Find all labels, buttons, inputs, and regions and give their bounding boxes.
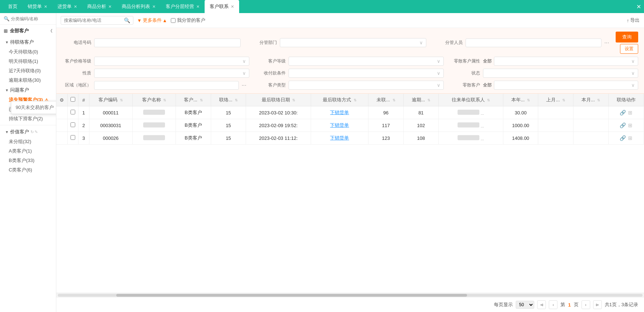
- row-checkbox-1[interactable]: [71, 122, 75, 127]
- sidebar-item-class-b[interactable]: B类客户(33): [0, 156, 56, 165]
- sidebar-section-value[interactable]: ▼ 价值客户 ↻ ✎: [0, 127, 56, 137]
- filter-input-phone[interactable]: [94, 39, 241, 47]
- close-tab-goods-analysis[interactable]: ✕: [108, 4, 112, 9]
- col-last-contact-way[interactable]: 最后联络方式 ⇅: [311, 94, 368, 106]
- filter-select-customer-level[interactable]: ∨: [289, 57, 444, 66]
- sidebar-section-problem[interactable]: ▼ 问题客户: [0, 85, 56, 95]
- cell-link-way-2[interactable]: 下销货单: [330, 135, 349, 141]
- select-all-checkbox[interactable]: [71, 97, 75, 102]
- query-button[interactable]: 查询: [616, 32, 638, 42]
- filter-more-region[interactable]: ···: [239, 82, 249, 89]
- col-uncontacted[interactable]: 未联... ⇅: [369, 94, 404, 106]
- filter-search-input[interactable]: [64, 18, 124, 23]
- action-link-icon-2[interactable]: 🔗: [620, 135, 626, 141]
- sidebar-all-customers[interactable]: ⊞ 全部客户 《: [0, 25, 56, 37]
- col-this-month[interactable]: 本月... ⇅: [573, 94, 608, 106]
- col-name[interactable]: 客户名称 ⇅: [132, 94, 176, 106]
- sidebar-search-input[interactable]: [11, 16, 52, 21]
- sidebar-item-overdue-contact[interactable]: 逾期未联络(30): [0, 76, 56, 85]
- cell-way-1[interactable]: 下销货单: [311, 119, 368, 132]
- row-checkbox-2[interactable]: [71, 135, 75, 140]
- action-grid-icon-1[interactable]: ⊞: [628, 122, 632, 128]
- col-type[interactable]: 客户... ⇅: [176, 94, 211, 106]
- tab-sales[interactable]: 销货单 ✕: [23, 0, 52, 13]
- refresh-icon[interactable]: ↻: [31, 130, 34, 134]
- scrollbar-track[interactable]: [58, 294, 643, 297]
- last-page-button[interactable]: ⊳: [593, 300, 602, 309]
- cell-checkbox-0[interactable]: [67, 106, 78, 119]
- filter-select-payment[interactable]: ∨: [289, 69, 444, 78]
- sidebar-item-class-c[interactable]: C类客户(6): [0, 165, 56, 175]
- sort-code-icon: ⇅: [120, 98, 123, 102]
- per-page-select[interactable]: 50 20 100: [516, 301, 534, 309]
- filter-search-button[interactable]: 🔍: [124, 17, 130, 23]
- filter-search-box[interactable]: 🔍: [61, 16, 133, 25]
- action-link-icon-0[interactable]: 🔗: [620, 110, 626, 116]
- sidebar-section-pending[interactable]: ▼ 待联络客户: [0, 37, 56, 47]
- cell-action-0[interactable]: 🔗 ⊞: [608, 106, 644, 119]
- filter-select-zero-customer[interactable]: ∨: [494, 81, 638, 90]
- sidebar-item-ungroup[interactable]: 未分组(32): [0, 137, 56, 146]
- settings-button[interactable]: 设置: [620, 44, 638, 54]
- col-last-month[interactable]: 上月... ⇅: [538, 94, 573, 106]
- col-contact[interactable]: 联络... ⇅: [211, 94, 246, 106]
- filter-more-conditions[interactable]: ▼ 更多条件 ▲: [137, 17, 167, 24]
- cell-action-1[interactable]: 🔗 ⊞: [608, 119, 644, 132]
- next-page-button[interactable]: ›: [581, 300, 590, 309]
- tab-goods-analysis-list[interactable]: 商品分析列表 ✕: [117, 0, 161, 13]
- cell-link-way-0[interactable]: 下销货单: [330, 110, 349, 115]
- filter-input-region[interactable]: [94, 81, 239, 90]
- close-tab-customer-contact[interactable]: ✕: [231, 4, 234, 9]
- sidebar-item-7day-contact[interactable]: 近7天待联络(0): [0, 66, 56, 76]
- sidebar-item-class-a[interactable]: A类客户(1): [0, 146, 56, 156]
- close-tab-goods-analysis-list[interactable]: ✕: [152, 4, 156, 9]
- col-code[interactable]: 客户编码 ⇅: [89, 94, 132, 106]
- col-this-year[interactable]: 本年... ⇅: [503, 94, 538, 106]
- action-grid-icon-0[interactable]: ⊞: [628, 110, 632, 116]
- sidebar-item-today-contact[interactable]: 今天待联络(0): [0, 47, 56, 57]
- filter-select-status[interactable]: ∨: [483, 69, 638, 78]
- cell-checkbox-2[interactable]: [67, 132, 78, 145]
- horizontal-scrollbar[interactable]: [56, 293, 644, 297]
- filter-select-price-level[interactable]: ∨: [94, 57, 249, 66]
- col-settings[interactable]: ⚙: [56, 94, 67, 106]
- filter-my-customers[interactable]: 我分管的客户: [171, 17, 205, 24]
- sidebar-item-declining[interactable]: 持续下滑客户(2): [0, 114, 56, 123]
- col-contacts-person[interactable]: 往来单位联系人 ⇅: [439, 94, 503, 106]
- edit-icon[interactable]: ✎: [35, 130, 38, 134]
- col-checkbox[interactable]: [67, 94, 78, 106]
- close-tab-sales[interactable]: ✕: [44, 4, 47, 9]
- tab-customer-tier[interactable]: 客户分层经营 ✕: [161, 0, 205, 13]
- close-tab-customer-tier[interactable]: ✕: [196, 4, 200, 9]
- col-last-contact-date[interactable]: 最后联络日期 ⇅: [246, 94, 311, 106]
- filter-select-zero-attr[interactable]: ∨: [494, 57, 638, 66]
- close-tab-purchase[interactable]: ✕: [74, 4, 77, 9]
- filter-input-manager[interactable]: [466, 39, 601, 47]
- export-button[interactable]: ↑ 导出: [627, 17, 640, 24]
- scrollbar-thumb[interactable]: [116, 294, 467, 297]
- cell-checkbox-1[interactable]: [67, 119, 78, 132]
- filter-my-checkbox[interactable]: [171, 18, 176, 23]
- first-page-button[interactable]: ⊲: [537, 300, 546, 309]
- action-link-icon-1[interactable]: 🔗: [620, 122, 626, 128]
- prev-page-button[interactable]: ‹: [549, 300, 558, 309]
- cell-way-0[interactable]: 下销货单: [311, 106, 368, 119]
- sidebar-search-box[interactable]: 🔍: [0, 13, 56, 25]
- tab-purchase[interactable]: 进货单 ✕: [52, 0, 82, 13]
- cell-action-2[interactable]: 🔗 ⊞: [608, 132, 644, 145]
- close-window-button[interactable]: ✕: [636, 3, 641, 10]
- filter-select-customer-type[interactable]: ∨: [289, 81, 444, 90]
- filter-select-nature[interactable]: ∨: [94, 69, 249, 78]
- tab-goods-analysis[interactable]: 商品分析 ✕: [82, 0, 117, 13]
- cell-link-way-1[interactable]: 下销货单: [330, 122, 349, 128]
- tab-home[interactable]: 首页: [3, 0, 23, 13]
- row-checkbox-0[interactable]: [71, 110, 75, 114]
- sidebar-item-tomorrow-contact[interactable]: 明天待联络(1): [0, 57, 56, 66]
- col-overdue[interactable]: 逾期... ⇅: [403, 94, 439, 106]
- cell-way-2[interactable]: 下销货单: [311, 132, 368, 145]
- action-grid-icon-2[interactable]: ⊞: [628, 135, 632, 141]
- table-container[interactable]: ⚙ # 客户编码 ⇅ 客户名称 ⇅ 客户... ⇅: [56, 94, 644, 293]
- tab-customer-contact[interactable]: 客户联系 ✕: [205, 0, 239, 13]
- filter-more-manager[interactable]: ···: [601, 40, 612, 46]
- filter-select-dept[interactable]: ∨: [280, 38, 426, 47]
